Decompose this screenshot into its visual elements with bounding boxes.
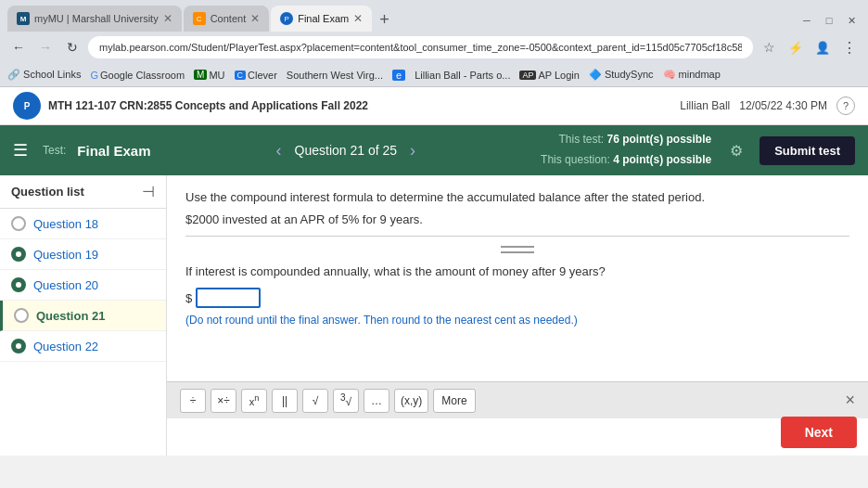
math-btn-exponent[interactable]: xn	[241, 389, 267, 413]
sidebar-title: Question list	[11, 185, 84, 199]
user-name: Lillian Ball	[680, 99, 730, 112]
math-btn-mixed[interactable]: ×÷	[211, 389, 236, 413]
tab-exam-favicon: P	[280, 12, 293, 25]
sidebar-header: Question list ⊣	[0, 175, 166, 209]
address-bar-row: ← → ↻ ☆ ⚡ 👤 ⋮	[0, 32, 868, 63]
sidebar-item-label-q22: Question 22	[33, 340, 98, 353]
settings-icon[interactable]: ⚙	[730, 142, 743, 160]
divider-1	[185, 236, 849, 237]
tab-mymU-label: myMU | Marshall University	[34, 13, 159, 24]
bookmark-mu[interactable]: M MU	[194, 70, 224, 81]
sidebar-item-label-q18: Question 18	[33, 217, 98, 231]
test-name: Final Exam	[77, 143, 150, 159]
sidebar-item-label-q20: Question 20	[33, 278, 98, 292]
math-btn-cbrt[interactable]: 3√	[333, 389, 359, 413]
tab-exam-label: Final Exam	[298, 13, 349, 24]
q20-circle	[11, 277, 26, 292]
drag-handle-bar[interactable]	[185, 246, 849, 253]
sidebar-item-q19[interactable]: Question 19	[0, 239, 166, 270]
sidebar-item-q22[interactable]: Question 22	[0, 331, 166, 362]
bookmark-ap[interactable]: AP AP Login	[519, 70, 579, 81]
bookmark-studysync[interactable]: 🔷 StudySync	[589, 69, 654, 81]
answer-row: $	[185, 288, 849, 308]
date-time: 12/05/22 4:30 PM	[739, 99, 827, 112]
bookmark-google-classroom[interactable]: G Google Classroom	[90, 70, 185, 81]
bookmark-school-links[interactable]: 🔗 School Links	[7, 69, 81, 81]
course-title: MTH 121-107 CRN:2855 Concepts and Applic…	[48, 99, 368, 112]
tab-content-close[interactable]: ✕	[250, 12, 260, 25]
question-navigation: ‹ Question 21 of 25 ›	[271, 139, 422, 162]
points-info: This test: 76 point(s) possible This que…	[541, 130, 711, 170]
math-btn-fraction[interactable]: ÷	[180, 389, 206, 413]
back-button[interactable]: ←	[7, 36, 30, 58]
this-question-label: This question:	[541, 153, 610, 166]
user-info: Lillian Ball 12/05/22 4:30 PM ?	[680, 96, 855, 115]
tab-mymU-close[interactable]: ✕	[163, 12, 172, 25]
tab-content-favicon: C	[193, 12, 206, 25]
reload-button[interactable]: ↻	[61, 36, 83, 58]
sidebar-item-label-q21: Question 21	[36, 309, 105, 323]
submit-test-button[interactable]: Submit test	[760, 136, 855, 165]
hamburger-menu[interactable]: ☰	[13, 140, 28, 161]
q19-circle	[11, 247, 26, 262]
sub-question-text: If interest is compounded annually, what…	[185, 263, 849, 281]
sidebar-item-label-q19: Question 19	[33, 248, 98, 262]
q18-circle	[11, 216, 26, 231]
currency-symbol: $	[185, 291, 192, 305]
sidebar: Question list ⊣ Question 18 Question 19 …	[0, 175, 167, 456]
math-btn-sqrt[interactable]: √	[302, 389, 328, 413]
next-question-button[interactable]: ›	[404, 139, 421, 162]
tab-exam[interactable]: P Final Exam ✕	[271, 6, 372, 32]
math-btn-more[interactable]: More	[433, 389, 475, 413]
answer-input[interactable]	[196, 288, 261, 308]
page-content: P MTH 121-107 CRN:2855 Concepts and Appl…	[0, 87, 868, 456]
profile-button[interactable]: 👤	[811, 36, 834, 58]
tab-bar: M myMU | Marshall University ✕ C Content…	[0, 0, 868, 32]
extensions-button[interactable]: ⚡	[785, 36, 807, 58]
tab-content[interactable]: C Content ✕	[184, 6, 270, 32]
pearson-logo: P	[13, 92, 41, 120]
bookmark-mindmap[interactable]: 🧠 mindmap	[663, 69, 721, 81]
q21-circle	[14, 308, 29, 323]
math-btn-ellipsis[interactable]: …	[364, 389, 389, 413]
question-detail: $2000 invested at an APR of 5% for 9 yea…	[185, 212, 849, 226]
address-input[interactable]	[88, 36, 753, 58]
forward-button[interactable]: →	[34, 36, 57, 58]
bookmark-southern[interactable]: Southern West Virg...	[287, 70, 383, 81]
tab-content-label: Content	[211, 13, 247, 24]
tab-mymU-favicon: M	[17, 12, 30, 25]
close-toolbar-button[interactable]: ×	[845, 391, 855, 410]
this-test-points: 76 point(s) possible	[607, 133, 712, 146]
question-instruction: Use the compound interest formula to det…	[185, 188, 849, 207]
question-counter: Question 21 of 25	[295, 143, 398, 158]
course-header: P MTH 121-107 CRN:2855 Concepts and Appl…	[0, 87, 868, 125]
new-tab-button[interactable]: +	[374, 10, 395, 30]
math-toolbar: ÷ ×÷ xn || √ 3√ … (x,y) More ×	[167, 381, 868, 418]
next-btn-container: Next	[781, 417, 857, 448]
bookmark-e[interactable]: e	[392, 70, 405, 81]
sidebar-item-q21[interactable]: Question 21	[0, 301, 166, 331]
this-question-points: 4 point(s) possible	[613, 153, 711, 166]
window-minimize[interactable]: ─	[798, 11, 816, 30]
test-nav-bar: ☰ Test: Final Exam ‹ Question 21 of 25 ›…	[0, 125, 868, 175]
more-options-button[interactable]: ⋮	[838, 36, 861, 58]
tab-mymU[interactable]: M myMU | Marshall University ✕	[7, 6, 182, 32]
browser-chrome: M myMU | Marshall University ✕ C Content…	[0, 0, 868, 87]
bookmark-lillian[interactable]: Lillian Ball - Parts o...	[415, 70, 510, 81]
hint-text: (Do not round until the final answer. Th…	[185, 314, 849, 327]
this-test-label: This test:	[558, 133, 604, 146]
sidebar-item-q18[interactable]: Question 18	[0, 209, 166, 239]
math-btn-abs[interactable]: ||	[272, 389, 298, 413]
math-btn-point[interactable]: (x,y)	[394, 389, 428, 413]
sidebar-item-q20[interactable]: Question 20	[0, 270, 166, 301]
tab-exam-close[interactable]: ✕	[353, 12, 363, 25]
q22-circle	[11, 339, 26, 353]
window-close[interactable]: ✕	[842, 11, 861, 30]
bookmark-clever[interactable]: C Clever	[235, 70, 277, 81]
collapse-sidebar-icon[interactable]: ⊣	[142, 183, 155, 200]
help-button[interactable]: ?	[836, 96, 855, 115]
bookmark-star[interactable]: ☆	[758, 36, 780, 58]
prev-question-button[interactable]: ‹	[271, 139, 287, 162]
next-button[interactable]: Next	[781, 417, 857, 448]
window-maximize[interactable]: □	[820, 11, 838, 30]
